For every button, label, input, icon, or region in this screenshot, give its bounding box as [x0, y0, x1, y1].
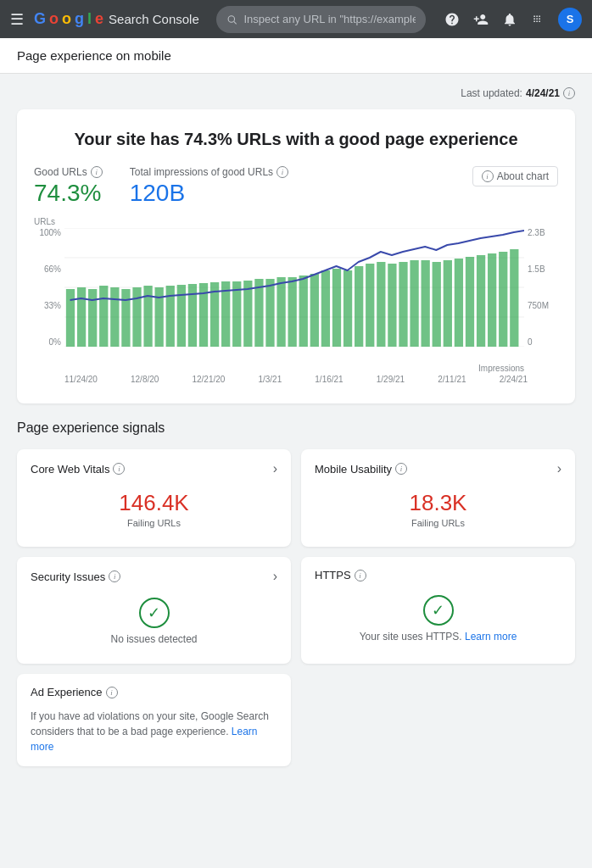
svg-rect-33	[355, 266, 363, 347]
last-updated-date: 4/24/21	[526, 87, 560, 99]
mobile-usability-chevron-icon[interactable]: ›	[557, 461, 561, 476]
svg-rect-30	[321, 270, 330, 347]
logo-e: e	[95, 10, 103, 28]
help-icon[interactable]	[443, 10, 461, 29]
https-card: HTTPS i ✓ Your site uses HTTPS. Learn mo…	[301, 557, 575, 664]
logo-o2: o	[62, 10, 71, 28]
core-web-vitals-chevron-icon[interactable]: ›	[273, 461, 277, 476]
last-updated-bar: Last updated: 4/24/21 i	[17, 87, 575, 99]
signals-grid: Core Web Vitals i › 146.4K Failing URLs …	[17, 449, 575, 766]
chart-y-left-title: URLs	[34, 217, 558, 226]
svg-rect-10	[99, 286, 108, 347]
svg-rect-45	[488, 253, 496, 347]
svg-rect-14	[143, 286, 152, 347]
mobile-usability-header: Mobile Usability i ›	[315, 461, 561, 476]
security-issues-info-icon[interactable]: i	[109, 570, 120, 582]
core-web-vitals-card: Core Web Vitals i › 146.4K Failing URLs	[17, 449, 291, 547]
security-issues-header: Security Issues i ›	[31, 569, 277, 584]
good-urls-metric: Good URLs i 74.3%	[34, 166, 103, 207]
security-ok-icon: ✓	[139, 598, 170, 628]
impressions-value: 120B	[130, 180, 288, 207]
svg-rect-13	[132, 287, 141, 347]
svg-rect-35	[377, 262, 385, 347]
svg-rect-46	[499, 252, 507, 347]
svg-rect-43	[466, 257, 474, 347]
svg-line-1	[234, 21, 237, 24]
svg-rect-26	[276, 277, 285, 347]
y-axis-right: 2.3B 1.5B 750M 0	[524, 228, 558, 364]
last-updated-label: Last updated:	[461, 87, 522, 99]
svg-rect-24	[254, 279, 263, 347]
top-navigation: ☰ Google Search Console S	[0, 0, 592, 38]
metrics-row: Good URLs i 74.3% Total impressions of g…	[34, 166, 558, 207]
svg-rect-39	[422, 260, 430, 347]
mobile-usability-title: Mobile Usability i	[315, 463, 407, 476]
hamburger-menu-icon[interactable]: ☰	[10, 10, 24, 29]
logo-l: l	[87, 10, 92, 28]
logo-o1: o	[49, 10, 59, 28]
security-issues-title: Security Issues i	[31, 570, 120, 583]
mobile-usability-metrics: 18.3K Failing URLs	[315, 487, 561, 535]
svg-point-0	[228, 15, 234, 21]
svg-rect-36	[388, 264, 396, 347]
main-content: Last updated: 4/24/21 i Your site has 74…	[0, 74, 592, 780]
logo-g2: g	[75, 10, 84, 28]
last-updated-info-icon[interactable]: i	[563, 87, 575, 99]
svg-rect-47	[510, 249, 518, 347]
apps-icon[interactable]	[529, 10, 548, 29]
logo-g: G	[34, 10, 46, 28]
product-name: Search Console	[109, 12, 199, 26]
chart-container: URLs 100% 66% 33% 0%	[34, 217, 558, 387]
ad-experience-header: Ad Experience i	[31, 686, 277, 698]
ad-experience-card: Ad Experience i If you have ad violation…	[17, 674, 291, 766]
page-header: Page experience on mobile	[0, 38, 592, 74]
mobile-usability-info-icon[interactable]: i	[395, 463, 407, 475]
search-icon	[226, 14, 237, 25]
svg-rect-37	[399, 262, 407, 347]
security-issues-card: Security Issues i › ✓ No issues detected	[17, 557, 291, 664]
signals-section: Page experience signals Core Web Vitals …	[17, 420, 575, 766]
svg-rect-7	[66, 289, 75, 347]
svg-rect-31	[332, 269, 341, 347]
user-add-icon[interactable]	[472, 10, 490, 29]
https-ok-icon: ✓	[423, 595, 454, 626]
svg-rect-41	[444, 260, 452, 347]
https-status-text: Your site uses HTTPS. Learn more	[360, 631, 517, 643]
svg-rect-8	[77, 287, 86, 347]
https-learn-more-link[interactable]: Learn more	[465, 631, 517, 643]
svg-rect-22	[232, 281, 241, 347]
https-title: HTTPS i	[315, 569, 366, 581]
ad-experience-learn-more-link[interactable]: Learn more	[31, 726, 258, 753]
svg-rect-23	[243, 281, 252, 347]
https-header: HTTPS i	[315, 569, 561, 581]
y-axis-left: 100% 66% 33% 0%	[34, 228, 64, 364]
mobile-usability-sub: Failing URLs	[411, 518, 465, 528]
svg-rect-9	[88, 289, 97, 347]
good-urls-info-icon[interactable]: i	[91, 166, 103, 178]
svg-rect-29	[310, 274, 319, 347]
impressions-metric: Total impressions of good URLs i 120B	[130, 166, 288, 207]
user-avatar[interactable]: S	[558, 8, 582, 31]
notification-icon[interactable]	[500, 10, 519, 29]
https-status: ✓ Your site uses HTTPS. Learn more	[315, 592, 561, 649]
good-urls-value: 74.3%	[34, 180, 103, 207]
security-issues-no-issues-text: No issues detected	[110, 633, 197, 645]
url-search-input[interactable]	[243, 13, 416, 25]
security-issues-chevron-icon[interactable]: ›	[273, 569, 277, 584]
https-info-icon[interactable]: i	[355, 570, 366, 581]
svg-rect-44	[477, 255, 485, 347]
svg-rect-42	[455, 259, 463, 347]
google-logo: Google Search Console	[34, 10, 199, 28]
mobile-usability-card: Mobile Usability i › 18.3K Failing URLs	[301, 449, 575, 547]
page-title: Page experience on mobile	[17, 48, 171, 63]
nav-icons: S	[443, 8, 582, 31]
ad-experience-info-icon[interactable]: i	[106, 687, 118, 698]
core-web-vitals-value: 146.4K	[119, 490, 188, 516]
core-web-vitals-title: Core Web Vitals i	[31, 463, 125, 476]
search-bar[interactable]	[216, 6, 426, 33]
core-web-vitals-info-icon[interactable]: i	[113, 463, 125, 475]
core-web-vitals-sub: Failing URLs	[127, 518, 181, 528]
about-chart-button[interactable]: i About chart	[472, 166, 558, 186]
impressions-info-icon[interactable]: i	[276, 166, 288, 178]
svg-rect-25	[265, 279, 274, 347]
